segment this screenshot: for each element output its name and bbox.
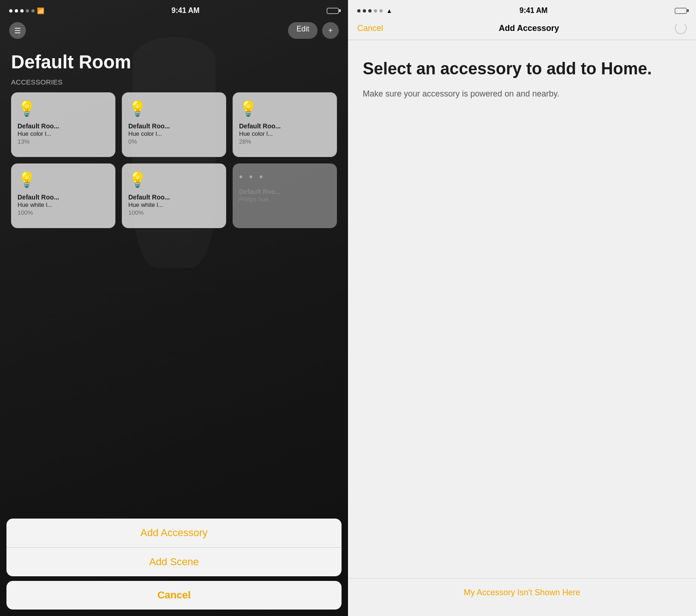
add-button[interactable]: + — [322, 22, 339, 39]
right-signal-dot-3 — [368, 9, 372, 12]
battery-icon — [327, 8, 339, 14]
signal-dot-1 — [9, 9, 12, 12]
right-signal-dot-4 — [374, 9, 377, 12]
bulb-icon-1: 💡 — [18, 100, 109, 117]
action-sheet: Add Accessory Add Scene — [6, 519, 342, 576]
add-scene-button[interactable]: Add Scene — [6, 547, 342, 576]
tile-5-pct: 100% — [128, 209, 220, 216]
signal-dot-2 — [15, 9, 18, 12]
left-time: 9:41 AM — [172, 6, 200, 15]
tile-3-sub: Hue color l... — [239, 130, 330, 137]
tile-3-name: Default Roo... — [239, 122, 330, 130]
tile-4-pct: 100% — [18, 209, 109, 216]
accessories-label: Accessories — [11, 78, 337, 86]
page-title: Default Room — [0, 44, 348, 78]
tile-4[interactable]: 💡 Default Roo... Hue white l... 100% — [11, 163, 115, 228]
battery-indicator — [327, 8, 339, 14]
signal-dot-5 — [31, 9, 35, 12]
tile-1[interactable]: 💡 Default Roo... Hue color l... 13% — [11, 92, 115, 157]
menu-button[interactable]: ☰ — [9, 22, 26, 39]
tile-2-name: Default Roo... — [128, 122, 220, 130]
tile-3-pct: 28% — [239, 138, 330, 145]
signal-dot-3 — [20, 9, 24, 12]
tile-4-sub: Hue white l... — [18, 201, 109, 208]
tile-1-pct: 13% — [18, 138, 109, 145]
right-status-bar: ▲ 9:41 AM — [348, 0, 696, 18]
right-signal-indicators: ▲ — [357, 7, 392, 14]
right-nav-bar: Cancel Add Accessory — [348, 18, 696, 40]
tile-6[interactable]: • • • Default Roo... Philips hue... — [233, 163, 337, 228]
right-time: 9:41 AM — [520, 6, 548, 15]
right-bottom: My Accessory Isn't Shown Here — [348, 578, 696, 616]
right-heading: Select an accessory to add to Home. — [363, 59, 681, 79]
bulb-icon-4: 💡 — [18, 171, 109, 188]
right-signal-dot-2 — [363, 9, 366, 12]
tile-1-sub: Hue color l... — [18, 130, 109, 137]
signal-indicators: 📶 — [9, 7, 44, 14]
tile-3[interactable]: 💡 Default Roo... Hue color l... 28% — [233, 92, 337, 157]
right-wifi-icon: ▲ — [386, 7, 392, 14]
tile-2-sub: Hue color l... — [128, 130, 220, 137]
wifi-icon: 📶 — [37, 7, 44, 14]
bulb-icon-5: 💡 — [128, 171, 220, 188]
tile-4-name: Default Roo... — [18, 193, 109, 201]
right-nav-title: Add Accessory — [499, 24, 559, 33]
tile-6-sub: Philips hue... — [239, 196, 330, 203]
left-panel: 📶 9:41 AM ☰ Edit + Default Room Accessor… — [0, 0, 348, 616]
edit-button[interactable]: Edit — [288, 22, 318, 39]
right-content: Select an accessory to add to Home. Make… — [348, 40, 696, 578]
accessory-grid: 💡 Default Roo... Hue color l... 13% 💡 De… — [11, 92, 337, 228]
add-accessory-button[interactable]: Add Accessory — [6, 519, 342, 547]
tile-1-name: Default Roo... — [18, 122, 109, 130]
right-battery-icon — [675, 8, 687, 14]
accessories-section: Accessories 💡 Default Roo... Hue color l… — [0, 78, 348, 228]
right-subtext: Make sure your accessory is powered on a… — [363, 88, 681, 100]
action-sheet-area: Add Accessory Add Scene Cancel — [0, 519, 348, 616]
right-signal-dot-1 — [357, 9, 360, 12]
left-nav-bar: ☰ Edit + — [0, 18, 348, 44]
tile-2[interactable]: 💡 Default Roo... Hue color l... 0% — [122, 92, 226, 157]
bulb-icon-2: 💡 — [128, 100, 220, 117]
loading-spinner — [675, 22, 687, 34]
accessory-not-shown-link[interactable]: My Accessory Isn't Shown Here — [363, 588, 681, 598]
signal-dot-4 — [26, 9, 29, 12]
cancel-button[interactable]: Cancel — [357, 24, 383, 33]
tile-6-name: Default Roo... — [239, 187, 330, 196]
right-battery — [675, 8, 687, 14]
hub-icon: • • • — [239, 171, 330, 183]
tile-5-sub: Hue white l... — [128, 201, 220, 208]
action-sheet-cancel-button[interactable]: Cancel — [6, 581, 342, 610]
tile-5[interactable]: 💡 Default Roo... Hue white l... 100% — [122, 163, 226, 228]
tile-5-name: Default Roo... — [128, 193, 220, 201]
bulb-icon-3: 💡 — [239, 100, 330, 117]
left-status-bar: 📶 9:41 AM — [0, 0, 348, 18]
right-signal-dot-5 — [379, 9, 383, 12]
tile-2-pct: 0% — [128, 138, 220, 145]
right-panel: ▲ 9:41 AM Cancel Add Accessory Select an… — [348, 0, 696, 616]
